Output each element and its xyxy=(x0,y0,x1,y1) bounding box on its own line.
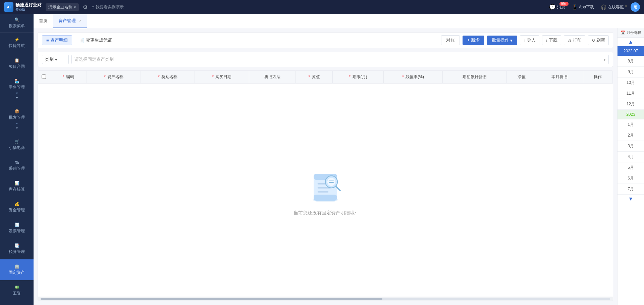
sidebar-item-invoice[interactable]: 🧾 发票管理 xyxy=(0,218,34,239)
purchase-icon: 🛍 xyxy=(15,160,19,165)
month-item-8[interactable]: 3月 xyxy=(618,141,644,152)
sidebar-item-operations[interactable]: 📈 经营管理 xyxy=(0,301,34,305)
home-tab-label: 首页 xyxy=(39,18,48,24)
download-icon: 📱 xyxy=(572,4,578,10)
checkbox-header[interactable] xyxy=(38,71,50,84)
category-label: 类别 xyxy=(45,56,54,62)
month-item-current[interactable]: 2022.07 xyxy=(618,46,644,56)
quick-nav-icon: ⚡ xyxy=(14,37,19,42)
headset-icon: 🎧 xyxy=(601,4,606,10)
app-logo: Ai 畅捷通好业财 专业版 xyxy=(4,2,42,12)
month-panel: 📅 月份选择 ▲ 2022.07 8月 9月 10月 11月 xyxy=(617,28,644,305)
finance-icon: 💰 xyxy=(14,202,19,206)
month-item-10[interactable]: 5月 xyxy=(618,162,644,173)
change-voucher-icon: 📄 xyxy=(79,38,85,43)
month-item-6[interactable]: 1月 xyxy=(618,119,644,130)
filter-toolbar: 类别 ▾ 请选择固定资产类别 ▾ xyxy=(38,52,613,67)
data-table-container: * 编码 * 资产名称 * 类别名称 xyxy=(38,70,613,301)
sidebar-search-label: 搜索菜单 xyxy=(9,23,25,29)
sidebar-item-finance[interactable]: 💰 资金管理 xyxy=(0,197,34,218)
sidebar-item-label: 项目合同 xyxy=(9,64,25,69)
tab-asset-management[interactable]: 资产管理 × xyxy=(53,14,87,28)
import-button[interactable]: ↑ 导入 xyxy=(520,35,539,45)
category-dropdown-icon: ▾ xyxy=(55,57,57,62)
tax-icon: 📑 xyxy=(14,243,19,248)
refresh-icon: ↻ xyxy=(592,38,595,43)
category-input[interactable]: 请选择固定资产类别 ▾ xyxy=(71,55,609,64)
add-button[interactable]: + 新增 xyxy=(463,36,484,45)
month-item-1[interactable]: 9月 xyxy=(618,67,644,78)
duizhang-button[interactable]: 对账 xyxy=(441,35,460,45)
tab-home[interactable]: 首页 xyxy=(34,14,53,28)
category-placeholder: 请选择固定资产类别 xyxy=(74,56,114,62)
month-item-7[interactable]: 2月 xyxy=(618,130,644,141)
col-residual-rate: * 残值率(%) xyxy=(384,71,443,84)
sub-tab-label: 变更生成凭证 xyxy=(86,37,112,43)
month-item-0[interactable]: 8月 xyxy=(618,56,644,67)
month-item-4[interactable]: 12月 xyxy=(618,99,644,110)
demo-link[interactable]: ○ 我要看实例演示 xyxy=(92,4,124,10)
message-button[interactable]: 💬 消息 99+ xyxy=(549,4,565,10)
sidebar-item-tax[interactable]: 📑 税务管理 xyxy=(0,239,34,259)
sidebar-item-quick-nav[interactable]: ⚡ 快捷导航 xyxy=(0,33,34,53)
fixed-assets-icon: 🏢 xyxy=(14,264,19,269)
sidebar-item-search[interactable]: 🔍 搜索菜单 xyxy=(0,14,34,33)
sub-tab-change-voucher[interactable]: 📄 变更生成凭证 xyxy=(75,35,116,45)
month-item-9[interactable]: 4月 xyxy=(618,152,644,162)
batch-button[interactable]: 批量操作 ▾ xyxy=(487,36,517,45)
salary-icon: 💵 xyxy=(14,285,19,290)
month-item-2[interactable]: 10月 xyxy=(618,78,644,88)
arrow-icon: ▾ xyxy=(16,121,18,125)
month-up-nav[interactable]: ▲ xyxy=(618,38,644,46)
refresh-button[interactable]: ↻ 刷新 xyxy=(588,35,609,45)
message-badge: 99+ xyxy=(559,2,569,6)
sidebar-item-ecommerce[interactable]: 🛒 小畅电商 xyxy=(0,135,34,155)
company-name: 演示企业名称 xyxy=(48,4,72,10)
main-panel: ≡ 资产明细 📄 变更生成凭证 对账 + 新增 批量操作 ▾ xyxy=(34,28,617,305)
col-purchase-date: * 购买日期 xyxy=(195,71,249,84)
print-button[interactable]: 🖨 打印 xyxy=(564,35,585,45)
col-net-value: 净值 xyxy=(507,71,536,84)
sidebar-item-salary[interactable]: 💵 工资 xyxy=(0,280,34,301)
bottom-scrollbar[interactable] xyxy=(38,297,613,301)
page-content: ≡ 资产明细 📄 变更生成凭证 对账 + 新增 批量操作 ▾ xyxy=(34,28,644,305)
month-item-12[interactable]: 7月 xyxy=(618,184,644,195)
month-panel-header: 📅 月份选择 xyxy=(618,28,644,38)
category-type-select[interactable]: 类别 ▾ xyxy=(42,55,69,64)
download-button[interactable]: ↓ 下载 xyxy=(542,35,561,45)
sidebar-item-fixed-assets[interactable]: 🏢 固定资产 xyxy=(0,259,34,280)
message-icon: 💬 xyxy=(549,4,556,10)
tab-close-icon[interactable]: × xyxy=(79,18,82,23)
month-item-3[interactable]: 11月 xyxy=(618,88,644,99)
company-selector[interactable]: 演示企业名称 ▾ xyxy=(46,3,79,11)
sidebar-item-inventory[interactable]: 📊 库存核算 xyxy=(0,176,34,197)
tab-bar: 首页 资产管理 × ✕ ⛶ xyxy=(34,14,644,28)
sidebar-item-purchase[interactable]: 🛍 采购管理 xyxy=(0,155,34,176)
svg-point-8 xyxy=(327,178,335,186)
data-table: * 编码 * 资产名称 * 类别名称 xyxy=(38,71,613,84)
empty-text: 当前您还没有固定资产明细哦~ xyxy=(293,210,357,216)
sidebar-item-label: 批发管理 xyxy=(9,115,25,120)
scroll-thumb xyxy=(41,298,382,300)
app-download-button[interactable]: 📱 App下载 xyxy=(572,4,594,10)
settings-icon[interactable]: ⚙ xyxy=(83,4,88,10)
sidebar-item-wholesale[interactable]: 📦 批发管理 ▾ xyxy=(0,104,34,135)
month-down-nav[interactable]: ▼ xyxy=(618,195,644,203)
import-icon: ↑ xyxy=(524,38,526,43)
sidebar-item-retail[interactable]: 🏪 零售管理 ▾ xyxy=(0,74,34,104)
sidebar-item-label: 小畅电商 xyxy=(9,145,25,151)
top-bar: Ai 畅捷通好业财 专业版 演示企业名称 ▾ ⚙ ○ 我要看实例演示 💬 消息 … xyxy=(0,0,644,14)
asset-management-tab-label: 资产管理 xyxy=(58,18,76,24)
sidebar-item-project[interactable]: 📋 项目合同 xyxy=(0,53,34,74)
sub-tab-asset-detail[interactable]: ≡ 资产明细 xyxy=(42,35,72,45)
sidebar-item-label: 工资 xyxy=(13,291,21,296)
month-item-11[interactable]: 6月 xyxy=(618,173,644,184)
col-original-value: * 原值 xyxy=(296,71,333,84)
select-all-checkbox[interactable] xyxy=(42,74,46,79)
toolbar-right: 对账 + 新增 批量操作 ▾ ↑ 导入 ↓ 下载 xyxy=(441,35,609,45)
sidebar-item-label: 零售管理 xyxy=(9,85,25,90)
app-name: 畅捷通好业财 xyxy=(15,2,42,8)
empty-illustration xyxy=(305,164,345,205)
logo-icon: Ai xyxy=(4,2,13,12)
sidebar-item-label: 固定资产 xyxy=(9,270,25,275)
